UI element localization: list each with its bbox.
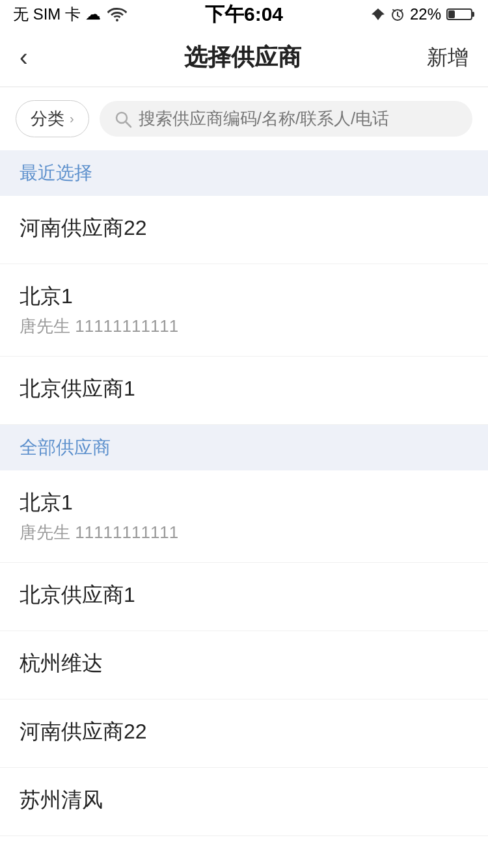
supplier-sub: 唐先生 11111111111 [20, 521, 468, 544]
search-icon [114, 110, 132, 128]
supplier-name: 河南供应商22 [20, 214, 468, 243]
supplier-name: 北京供应商1 [20, 581, 468, 610]
supplier-name: 北京1 [20, 282, 468, 311]
supplier-name: 北京1 [20, 489, 468, 517]
wifi-icon [107, 7, 127, 21]
nav-bar: ‹ 选择供应商 新增 [0, 29, 488, 87]
page-title: 选择供应商 [184, 42, 301, 74]
supplier-sub: 唐先生 11111111111 [20, 315, 468, 338]
location-icon [371, 7, 385, 21]
battery-percent: 22% [410, 5, 441, 23]
status-time: 下午6:04 [205, 1, 283, 28]
add-button[interactable]: 新增 [427, 44, 468, 72]
section-header-all: 全部供应商 [0, 425, 488, 470]
battery-icon [446, 7, 475, 21]
supplier-list: 最近选择河南供应商22北京1唐先生 11111111111北京供应商1全部供应商… [0, 150, 488, 836]
list-item[interactable]: 北京供应商1 [0, 563, 488, 631]
category-label: 分类 [31, 107, 64, 130]
list-item[interactable]: 北京供应商1 [0, 357, 488, 425]
list-item[interactable]: 苏州清风 [0, 768, 488, 836]
filter-bar: 分类 › [0, 87, 488, 150]
list-item[interactable]: 北京1唐先生 11111111111 [0, 470, 488, 563]
status-right: 22% [371, 5, 475, 23]
supplier-name: 河南供应商22 [20, 718, 468, 746]
svg-rect-2 [472, 12, 474, 17]
list-item[interactable]: 河南供应商22 [0, 699, 488, 768]
alarm-icon [390, 7, 405, 21]
search-input[interactable] [139, 109, 458, 129]
list-item[interactable]: 北京1唐先生 11111111111 [0, 264, 488, 357]
back-button[interactable]: ‹ [20, 44, 59, 72]
category-filter[interactable]: 分类 › [16, 100, 89, 137]
list-item[interactable]: 杭州维达 [0, 631, 488, 699]
list-item[interactable]: 河南供应商22 [0, 196, 488, 264]
supplier-name: 北京供应商1 [20, 375, 468, 403]
status-bar: 无 SIM 卡 ☁ 下午6:04 22% [0, 0, 488, 29]
chevron-right-icon: › [70, 111, 74, 126]
section-header-recent: 最近选择 [0, 150, 488, 196]
search-box[interactable] [100, 101, 472, 137]
supplier-name: 杭州维达 [20, 649, 468, 678]
supplier-name: 苏州清风 [20, 786, 468, 815]
svg-line-5 [126, 122, 131, 127]
svg-rect-3 [448, 10, 455, 18]
sim-status: 无 SIM 卡 ☁ [13, 4, 101, 25]
status-left: 无 SIM 卡 ☁ [13, 4, 127, 25]
